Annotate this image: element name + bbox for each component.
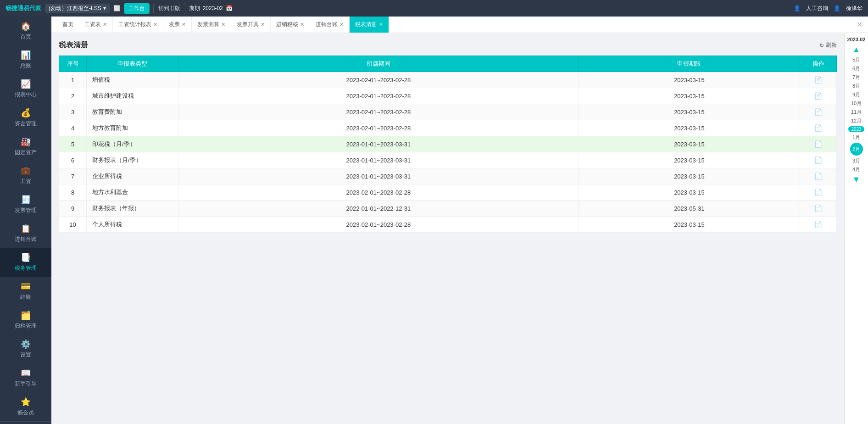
tab-invoice[interactable]: 发票 ✕ — [163, 17, 192, 33]
tab-invoice-open[interactable]: 发票开具 ✕ — [231, 17, 271, 33]
sidebar-item-fund[interactable]: 💰 资金管理 — [0, 103, 51, 132]
cell-period-covered: 2023-02-01~2023-02-28 — [178, 184, 579, 201]
cell-seq: 10 — [59, 217, 87, 233]
sidebar-label-member: 畅会员 — [17, 409, 34, 417]
action-icon-0[interactable]: 📄 — [814, 76, 822, 84]
tab-invoice-calc[interactable]: 发票测算 ✕ — [192, 17, 231, 33]
workspace-button[interactable]: 工作台 — [124, 3, 150, 14]
table-body: 1 增值税 2023-02-01~2023-02-28 2023-03-15 📄… — [59, 72, 837, 233]
action-icon-8[interactable]: 📄 — [814, 205, 822, 212]
tab-payroll-stats[interactable]: 工资统计报表 ✕ — [113, 17, 163, 33]
tab-purchase-review-label: 进销稽核 — [276, 21, 298, 28]
header-right: 👤 人工咨询 👤 徐泽华 — [794, 5, 862, 12]
panel-month-4[interactable]: 4月 — [845, 165, 868, 174]
sidebar-item-home[interactable]: 🏠 首页 — [0, 17, 51, 45]
tab-invoice-open-close[interactable]: ✕ — [261, 22, 265, 28]
refresh-button[interactable]: ↻ 刷新 — [819, 41, 837, 49]
sidebar-label-tax: 税务管理 — [15, 264, 37, 272]
panel-month-2-active[interactable]: 2月 — [850, 143, 863, 156]
sidebar-item-report[interactable]: 📈 报表中心 — [0, 74, 51, 103]
cell-action[interactable]: 📄 — [800, 152, 837, 168]
panel-month-9[interactable]: 9月 — [845, 90, 868, 99]
tab-payroll-stats-close[interactable]: ✕ — [153, 22, 157, 28]
cell-action[interactable]: 📄 — [800, 217, 837, 233]
table-row: 8 地方水利基金 2023-02-01~2023-02-28 2023-03-1… — [59, 184, 837, 201]
cell-action[interactable]: 📄 — [800, 120, 837, 136]
panel-month-8[interactable]: 8月 — [845, 82, 868, 90]
page-title-bar: 税表清册 ↻ 刷新 — [59, 40, 837, 50]
cell-action[interactable]: 📄 — [800, 184, 837, 201]
panel-month-3[interactable]: 3月 — [845, 156, 868, 165]
tab-purchase-review[interactable]: 进销稽核 ✕ — [271, 17, 310, 33]
table-row: 9 财务报表（年报） 2022-01-01~2022-12-31 2023-05… — [59, 201, 837, 217]
action-icon-3[interactable]: 📄 — [814, 124, 822, 132]
calendar-icon[interactable]: 📅 — [226, 5, 233, 11]
sidebar-item-purchase[interactable]: 📋 进销台账 — [0, 219, 51, 248]
guide-icon: 📖 — [21, 368, 31, 378]
panel-nav-up[interactable]: ▲ — [852, 44, 861, 56]
cell-action[interactable]: 📄 — [800, 104, 837, 120]
action-icon-2[interactable]: 📄 — [814, 108, 822, 116]
tab-payroll-close[interactable]: ✕ — [103, 22, 107, 28]
copy-icon[interactable]: ⬜ — [113, 5, 120, 11]
tab-tax-clear-close[interactable]: ✕ — [379, 22, 383, 28]
cell-declare-period: 2023-03-15 — [579, 104, 800, 120]
cell-action[interactable]: 📄 — [800, 168, 837, 184]
tab-invoice-close[interactable]: ✕ — [182, 22, 186, 28]
sidebar-item-assets[interactable]: 🏭 固定资产 — [0, 132, 51, 161]
member-icon: ⭐ — [21, 397, 31, 407]
panel-month-7[interactable]: 7月 — [845, 73, 868, 82]
sidebar-label-purchase: 进销台账 — [15, 235, 37, 243]
tab-purchase-ledger-close[interactable]: ✕ — [339, 22, 344, 28]
tab-payroll[interactable]: 工资表 ✕ — [79, 17, 113, 33]
cell-action[interactable]: 📄 — [800, 201, 837, 217]
user-service[interactable]: 人工咨询 — [806, 5, 828, 12]
tab-invoice-label: 发票 — [169, 21, 180, 28]
tab-invoice-calc-close[interactable]: ✕ — [221, 22, 225, 28]
company-name: (勿动）江西报至-LSS — [49, 5, 101, 12]
switch-button[interactable]: 切到旧版 — [153, 3, 185, 14]
action-icon-1[interactable]: 📄 — [814, 92, 822, 100]
sidebar-item-settings[interactable]: ⚙️ 设置 — [0, 335, 51, 363]
panel-month-1[interactable]: 1月 — [845, 133, 868, 142]
tab-purchase-review-close[interactable]: ✕ — [300, 22, 304, 28]
cell-action[interactable]: 📄 — [800, 72, 837, 88]
period-value: 2023-02 — [203, 5, 223, 11]
panel-month-6[interactable]: 6月 — [845, 64, 868, 73]
cell-action[interactable]: 📄 — [800, 88, 837, 104]
username: 徐泽华 — [846, 5, 862, 12]
panel-month-12[interactable]: 12月 — [845, 117, 868, 125]
sidebar-item-invoice[interactable]: 🧾 发票管理 — [0, 190, 51, 219]
sidebar-item-tax[interactable]: 📑 税务管理 — [0, 248, 51, 277]
company-selector[interactable]: (勿动）江西报至-LSS ▾ — [45, 4, 110, 13]
panel-month-10[interactable]: 10月 — [845, 99, 868, 108]
close-all-icon[interactable]: ✕ — [857, 20, 862, 29]
action-icon-7[interactable]: 📄 — [814, 189, 822, 196]
tab-tax-clear[interactable]: 税表清册 ✕ — [350, 17, 389, 33]
sidebar-bottom[interactable]: 📌 取消固定 — [0, 421, 51, 424]
period-info: 期期 2023-02 📅 — [189, 5, 233, 12]
cell-action[interactable]: 📄 — [800, 136, 837, 152]
panel-month-5[interactable]: 5月 — [845, 56, 868, 64]
action-icon-9[interactable]: 📄 — [814, 221, 822, 228]
sidebar-item-ledger[interactable]: 📊 总账 — [0, 45, 51, 74]
panel-nav-down[interactable]: ▼ — [852, 174, 861, 185]
col-declare-period: 申报期限 — [579, 56, 800, 72]
action-icon-4[interactable]: 📄 — [814, 140, 822, 148]
tab-purchase-ledger[interactable]: 进销台账 ✕ — [310, 17, 350, 33]
cell-period-covered: 2023-01-01~2023-03-31 — [178, 168, 579, 184]
page-title: 税表清册 — [59, 40, 88, 50]
sidebar-item-archive[interactable]: 🗂️ 归档管理 — [0, 306, 51, 335]
action-icon-6[interactable]: 📄 — [814, 173, 822, 180]
tab-tax-clear-label: 税表清册 — [355, 21, 377, 28]
sidebar-item-salary[interactable]: 💼 工资 — [0, 161, 51, 190]
cell-seq: 2 — [59, 88, 87, 104]
table-row: 10 个人所得税 2023-02-01~2023-02-28 2023-03-1… — [59, 217, 837, 233]
assets-icon: 🏭 — [21, 137, 31, 147]
panel-month-11[interactable]: 11月 — [845, 108, 868, 117]
sidebar-item-settlement[interactable]: 💳 结账 — [0, 277, 51, 306]
tab-home[interactable]: 首页 — [57, 21, 79, 28]
sidebar-item-guide[interactable]: 📖 新手引导 — [0, 363, 51, 392]
sidebar-item-member[interactable]: ⭐ 畅会员 — [0, 392, 51, 421]
action-icon-5[interactable]: 📄 — [814, 156, 822, 164]
